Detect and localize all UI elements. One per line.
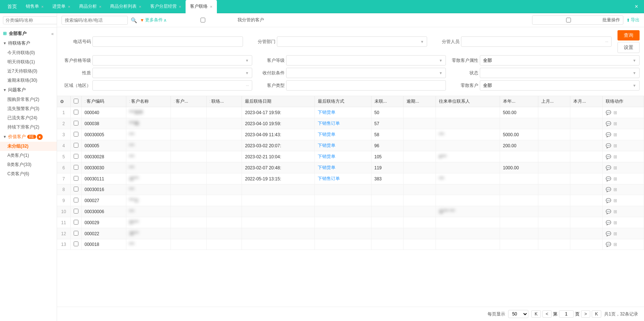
my-customers-checkbox[interactable]: 我分管的客户 — [170, 17, 264, 23]
grid-action-icon[interactable]: ⊞ — [613, 154, 617, 159]
chat-icon[interactable]: 💬 — [606, 198, 611, 203]
row-last-method-cell[interactable] — [315, 239, 371, 250]
chat-icon[interactable]: 💬 — [606, 231, 611, 236]
row-last-method-cell[interactable] — [315, 195, 371, 206]
col-name[interactable]: :客户名称 — [126, 96, 170, 107]
value-customers-group[interactable]: ▼ 价值客户 RE ● — [0, 132, 57, 142]
grid-action-icon[interactable]: ⊞ — [613, 220, 617, 225]
row-checkbox[interactable] — [74, 176, 78, 181]
col-last-contact-date[interactable]: 最后联络日期 — [242, 96, 315, 107]
row-last-method-cell[interactable]: 下销货单 — [315, 162, 371, 173]
grid-action-icon[interactable]: ⊞ — [613, 176, 617, 181]
per-page-select[interactable]: 50 100 — [508, 310, 528, 318]
tab-sales-order[interactable]: 销售单 × — [21, 0, 48, 13]
row-checkbox-cell[interactable] — [70, 239, 81, 250]
filter-nature-select[interactable]: ▼ — [92, 68, 252, 78]
row-last-method-cell[interactable] — [315, 184, 371, 195]
grid-action-icon[interactable]: ⊞ — [613, 242, 617, 247]
sidebar-item-tomorrow-pending[interactable]: 明天待联络(1) — [0, 57, 57, 67]
sidebar-item-class-c[interactable]: C类客户(6) — [0, 169, 57, 179]
select-all-checkbox[interactable] — [74, 99, 78, 103]
row-checkbox[interactable] — [74, 241, 78, 246]
last-method-link[interactable]: 下销货单 — [318, 143, 335, 148]
export-button[interactable]: ⬆ 导出 — [626, 15, 640, 25]
row-last-method-cell[interactable]: 下销货单 — [315, 151, 371, 162]
filter-payment-select[interactable]: ▼ — [286, 68, 446, 78]
filter-region-select[interactable]: ··· — [92, 80, 252, 91]
col-unit-contact[interactable]: 往来单位联系人 — [436, 96, 500, 107]
chat-icon[interactable]: 💬 — [606, 132, 611, 137]
sidebar-item-today-pending[interactable]: 今天待联络(0) — [0, 48, 57, 57]
filter-customer-type-input[interactable] — [286, 80, 446, 91]
row-checkbox-cell[interactable] — [70, 173, 81, 184]
col-contact[interactable]: :联络... — [206, 96, 242, 107]
row-last-method-cell[interactable]: 下销售订单 — [315, 118, 371, 129]
sidebar-item-class-b[interactable]: B类客户(33) — [0, 160, 57, 169]
sidebar-item-hoarding-abnormal[interactable]: 囤购异常客户(2) — [0, 95, 57, 104]
window-close-button[interactable]: × — [632, 3, 641, 10]
row-last-method-cell[interactable] — [315, 228, 371, 239]
chat-icon[interactable]: 💬 — [606, 242, 611, 247]
sidebar-item-7day-pending[interactable]: 近7天待联络(0) — [0, 67, 57, 76]
col-year-amount[interactable]: 本年... — [500, 96, 538, 107]
tab-product-analysis-list-close[interactable]: × — [139, 4, 141, 9]
row-checkbox-cell[interactable] — [70, 195, 81, 206]
nav-home[interactable]: 首页 — [3, 3, 21, 10]
sidebar-item-ungrouped[interactable]: 未分组(32) — [0, 142, 57, 151]
sidebar-item-overdue-pending[interactable]: 逾期未联络(30) — [0, 76, 57, 85]
col-overdue[interactable]: 逾期... — [404, 96, 436, 107]
last-method-link[interactable]: 下销货单 — [318, 132, 335, 137]
batch-op-check[interactable] — [535, 18, 602, 22]
row-last-method-cell[interactable]: 下销货单 — [315, 129, 371, 140]
filter-dept-select[interactable]: ▼ — [277, 36, 427, 47]
tab-purchase-order[interactable]: 进货单 × — [48, 0, 74, 13]
tab-product-analysis-list[interactable]: 商品分析列表 × — [106, 0, 145, 13]
row-checkbox[interactable] — [74, 110, 78, 114]
chat-icon[interactable]: 💬 — [606, 176, 611, 181]
grid-action-icon[interactable]: ⊞ — [613, 165, 617, 170]
tab-customer-segment-close[interactable]: × — [179, 4, 181, 9]
col-checkbox[interactable] — [70, 96, 81, 107]
row-checkbox-cell[interactable] — [70, 107, 81, 118]
last-page-button[interactable]: K — [592, 310, 601, 318]
row-checkbox-cell[interactable] — [70, 140, 81, 151]
last-method-link[interactable]: 下销售订单 — [318, 176, 340, 181]
pending-contact-group[interactable]: ▼ 待联络客户 — [0, 38, 57, 48]
row-checkbox-cell[interactable] — [70, 129, 81, 140]
row-checkbox[interactable] — [74, 143, 78, 148]
last-method-link[interactable]: 下销货单 — [318, 165, 335, 170]
row-checkbox[interactable] — [74, 209, 78, 214]
grid-action-icon[interactable]: ⊞ — [613, 187, 617, 192]
query-button[interactable]: 查询 — [617, 30, 640, 40]
tab-sales-order-close[interactable]: × — [41, 4, 43, 9]
batch-op-button[interactable]: 批量操作 — [532, 15, 623, 25]
first-page-button[interactable]: K — [531, 310, 541, 318]
filter-retail-select[interactable]: 全部 ▼ — [480, 80, 640, 91]
search-input[interactable] — [61, 16, 128, 25]
page-number-input[interactable] — [559, 310, 574, 318]
last-method-link[interactable]: 下销售订单 — [318, 121, 340, 126]
row-last-method-cell[interactable]: 下销货单 — [315, 107, 371, 118]
sidebar-search-input[interactable] — [3, 16, 57, 24]
filter-phone-input[interactable] — [92, 36, 243, 47]
sidebar-item-declining[interactable]: 持续下滑客户(2) — [0, 123, 57, 132]
row-checkbox[interactable] — [74, 231, 78, 236]
tab-customer-contact[interactable]: 客户联络 × — [186, 0, 217, 13]
row-checkbox-cell[interactable] — [70, 118, 81, 129]
tab-customer-contact-close[interactable]: × — [210, 4, 212, 9]
row-checkbox-cell[interactable] — [70, 206, 81, 217]
col-type[interactable]: :客户... — [170, 96, 206, 107]
row-checkbox[interactable] — [74, 165, 78, 170]
row-checkbox-cell[interactable] — [70, 162, 81, 173]
row-checkbox[interactable] — [74, 187, 78, 191]
chat-icon[interactable]: 💬 — [606, 121, 611, 126]
filter-price-grade-select[interactable]: ▼ — [92, 55, 252, 66]
sidebar-item-class-a[interactable]: A类客户(1) — [0, 151, 57, 160]
next-page-button[interactable]: > — [581, 310, 590, 318]
tab-product-analysis[interactable]: 商品分析 × — [75, 0, 106, 13]
grid-action-icon[interactable]: ⊞ — [613, 198, 617, 203]
grid-action-icon[interactable]: ⊞ — [613, 143, 617, 148]
row-last-method-cell[interactable] — [315, 206, 371, 217]
tab-customer-segment[interactable]: 客户分层经营 × — [146, 0, 186, 13]
my-customers-check[interactable] — [170, 18, 236, 22]
